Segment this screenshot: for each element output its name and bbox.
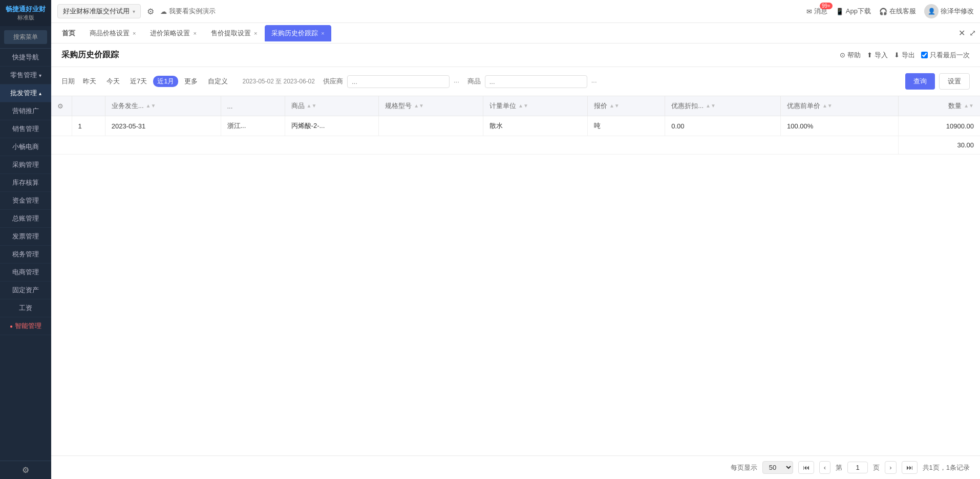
sidebar-item-invoice[interactable]: 发票管理	[0, 228, 51, 246]
col-quantity[interactable]: 数量 ▲▼	[899, 96, 980, 116]
sidebar-item-label: 固定资产	[12, 286, 39, 295]
tab-price-extract[interactable]: 售价提取设置 ×	[204, 25, 264, 41]
phone-icon: 📱	[836, 8, 844, 15]
col-goods[interactable]: 商品 ▲▼	[285, 96, 379, 116]
first-page-button[interactable]: ⏮	[798, 461, 814, 474]
query-button[interactable]: 查询	[905, 73, 935, 90]
sidebar-item-wholesale[interactable]: 批发管理 ▴	[0, 84, 51, 102]
pagination-total: 共1页，1条记录	[923, 463, 970, 472]
latest-only-input[interactable]	[921, 52, 928, 58]
online-service-button[interactable]: 🎧 在线客服	[879, 7, 916, 16]
col-price-before-discount[interactable]: 优惠前单价 ▲▼	[780, 96, 898, 116]
cell-more: 浙江...	[221, 116, 285, 136]
tab-home[interactable]: 首页	[55, 25, 82, 41]
cell-biz-date: 2023-05-31	[105, 116, 221, 136]
date-option-more[interactable]: 更多	[180, 76, 202, 87]
sidebar-item-fixed-assets[interactable]: 固定资产	[0, 281, 51, 299]
latest-only-label: 只看最后一次	[930, 51, 970, 60]
cell-unit: 散水	[483, 116, 588, 136]
supplier-filter-group: 供应商 ···	[323, 75, 459, 88]
tab-purchase-history[interactable]: 采购历史价跟踪 ×	[265, 25, 331, 41]
sidebar-item-retail[interactable]: 零售管理 ▾	[0, 67, 51, 84]
export-button[interactable]: ⬇ 导出	[894, 51, 915, 60]
online-service-label: 在线客服	[889, 7, 916, 16]
version-selector[interactable]: 好业财标准版交付试用 ▾	[57, 4, 141, 18]
sort-icon: ▲▼	[706, 103, 716, 108]
close-icon[interactable]: ×	[193, 30, 196, 36]
user-menu[interactable]: 👤 徐泽华修改	[924, 4, 974, 18]
date-option-1month[interactable]: 近1月	[153, 76, 178, 87]
tab-goods-price[interactable]: 商品价格设置 ×	[83, 25, 142, 41]
col-discount-rate[interactable]: 优惠折扣... ▲▼	[665, 96, 781, 116]
settings-icon[interactable]: ⚙	[22, 465, 29, 475]
topbar: 好业财标准版交付试用 ▾ ⚙ ☁ 我要看实例演示 ✉ 消息 99+ 📱 App下…	[51, 0, 980, 23]
supplier-more-icon[interactable]: ···	[454, 78, 459, 85]
cell-price-before-discount: 100.00%	[780, 116, 898, 136]
goods-input[interactable]	[485, 75, 587, 88]
sidebar-item-tax[interactable]: 税务管理	[0, 246, 51, 264]
date-option-7days[interactable]: 近7天	[126, 76, 151, 87]
sidebar-item-label: 批发管理	[10, 89, 37, 98]
prev-page-button[interactable]: ‹	[819, 461, 830, 474]
app-download-button[interactable]: 📱 App下载	[836, 7, 871, 16]
sort-icon: ▲▼	[146, 103, 156, 108]
message-button[interactable]: ✉ 消息 99+	[806, 7, 827, 16]
sidebar-item-ai-management[interactable]: ● 智能管理	[0, 317, 51, 335]
cloud-icon: ☁	[160, 8, 167, 15]
help-icon: ⊙	[840, 51, 845, 59]
tab-label: 采购历史价跟踪	[271, 29, 318, 38]
page-input[interactable]	[847, 462, 868, 473]
sort-icon: ▲▼	[964, 103, 974, 108]
close-icon[interactable]: ×	[254, 30, 257, 36]
col-price[interactable]: 报价 ▲▼	[587, 96, 665, 116]
sidebar-item-payroll[interactable]: 工资	[0, 299, 51, 317]
sidebar-item-finance[interactable]: 资金管理	[0, 192, 51, 210]
supplier-input[interactable]	[347, 75, 450, 88]
date-option-today[interactable]: 今天	[102, 76, 124, 87]
sidebar-item-quick-nav[interactable]: 快捷导航	[0, 49, 51, 67]
sidebar-item-marketing[interactable]: 营销推广	[0, 102, 51, 120]
tabbar: 首页 商品价格设置 × 进价策略设置 × 售价提取设置 × 采购历史价跟踪 × …	[51, 23, 980, 43]
last-page-button[interactable]: ⏭	[902, 461, 918, 474]
import-button[interactable]: ⬆ 导入	[867, 51, 888, 60]
date-label: 日期	[61, 77, 75, 86]
date-option-yesterday[interactable]: 昨天	[79, 76, 100, 87]
sidebar-item-inventory[interactable]: 库存核算	[0, 174, 51, 192]
close-icon[interactable]: ×	[321, 30, 324, 36]
sidebar-search[interactable]: 搜索菜单	[0, 26, 51, 49]
help-button[interactable]: ⊙ 帮助	[840, 51, 861, 60]
column-settings-icon[interactable]: ⚙	[57, 102, 63, 110]
tabbar-right: ✕ ⤢	[958, 28, 976, 38]
settings-button[interactable]: 设置	[939, 73, 970, 90]
sidebar-item-label: 总账管理	[12, 214, 39, 223]
sidebar-item-label: 税务管理	[12, 250, 39, 259]
demo-button[interactable]: ☁ 我要看实例演示	[160, 7, 216, 16]
per-page-select[interactable]: 50 10 20 100	[762, 461, 793, 474]
close-tab-icon[interactable]: ✕	[958, 28, 965, 38]
sidebar-item-ecom[interactable]: 电商管理	[0, 264, 51, 281]
tab-label: 商品价格设置	[90, 29, 130, 38]
expand-icon[interactable]: ⤢	[969, 28, 976, 38]
goods-more-icon[interactable]: ···	[591, 78, 597, 85]
sort-icon: ▲▼	[414, 103, 424, 108]
close-icon[interactable]: ×	[133, 30, 136, 36]
sidebar-item-sales[interactable]: 销售管理	[0, 120, 51, 138]
latest-only-checkbox[interactable]: 只看最后一次	[921, 51, 970, 60]
topbar-settings-icon[interactable]: ⚙	[147, 7, 154, 16]
date-option-custom[interactable]: 自定义	[204, 76, 232, 87]
col-spec[interactable]: 规格型号 ▲▼	[379, 96, 483, 116]
col-biz-date[interactable]: 业务发生... ▲▼	[105, 96, 221, 116]
import-label: 导入	[875, 51, 888, 60]
sidebar-item-purchase[interactable]: 采购管理	[0, 156, 51, 174]
next-page-button[interactable]: ›	[885, 461, 896, 474]
sidebar-item-ecom-small[interactable]: 小畅电商	[0, 138, 51, 156]
col-settings[interactable]: ⚙	[51, 96, 72, 116]
col-unit[interactable]: 计量单位 ▲▼	[483, 96, 588, 116]
tab-purchase-strategy[interactable]: 进价策略设置 ×	[143, 25, 203, 41]
cell-quantity-extra: 30.00	[899, 136, 980, 155]
search-menu-button[interactable]: 搜索菜单	[4, 30, 47, 44]
sidebar-item-label: 电商管理	[12, 268, 39, 277]
table-row-extra: 30.00	[51, 136, 980, 155]
sidebar-item-label: 营销推广	[12, 106, 39, 116]
sidebar-item-ledger[interactable]: 总账管理	[0, 210, 51, 228]
